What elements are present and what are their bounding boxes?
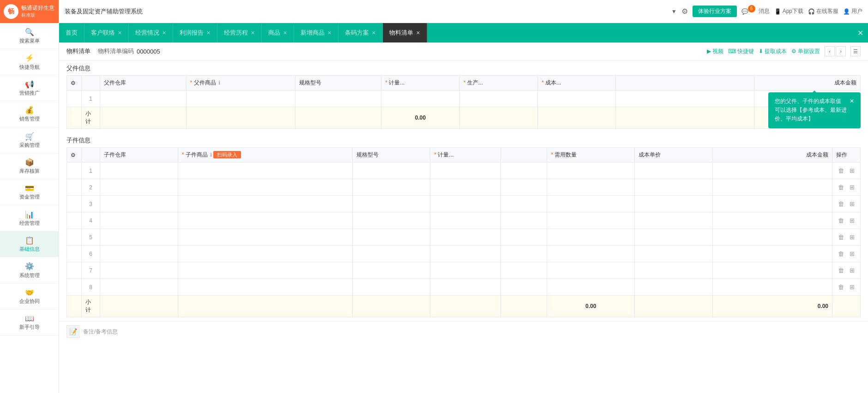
extract-cost-btn[interactable]: ⬇ 提取成本 xyxy=(759,48,787,55)
view-video-btn[interactable]: ▶ 视频 xyxy=(707,48,723,55)
next-arrow[interactable]: › xyxy=(836,46,846,56)
copy-icon-row3[interactable]: ⊞ xyxy=(847,200,856,209)
delete-icon-row3[interactable]: 🗑 xyxy=(836,200,845,209)
tab-close-all[interactable]: ✕ xyxy=(853,29,868,37)
tooltip-close-btn[interactable]: ✕ xyxy=(850,97,854,106)
scan-input-btn[interactable]: 扫码录入 xyxy=(213,151,241,158)
app-download-link[interactable]: 📱 App下载 xyxy=(774,7,803,15)
message-icon-group[interactable]: 💬 6 消息 xyxy=(741,7,770,15)
child-row1-spec[interactable] xyxy=(352,163,430,179)
child-row-8: 8 🗑 ⊞ xyxy=(67,279,861,296)
tab-home[interactable]: 首页 xyxy=(59,23,84,42)
copy-icon-row8[interactable]: ⊞ xyxy=(847,283,856,292)
tab-barcode-close[interactable]: ✕ xyxy=(372,30,376,36)
parent-col-spacer xyxy=(616,76,754,91)
sidebar-item-basic-info[interactable]: 📋 基础信息 xyxy=(0,231,59,257)
child-row1-goods[interactable] xyxy=(178,163,352,179)
shortcut-btn[interactable]: ⌨ 快捷键 xyxy=(728,48,754,55)
tab-profit[interactable]: 利润报告 ✕ xyxy=(173,23,217,42)
sidebar-item-operations[interactable]: 📊 经营管理 xyxy=(0,206,59,231)
parent-col-settings[interactable]: ⚙ xyxy=(67,76,82,91)
child-goods-info-icon[interactable]: ℹ xyxy=(210,152,212,157)
child-row-4: 4 🗑 ⊞ xyxy=(67,212,861,229)
bottom-doc-icon[interactable]: 📝 xyxy=(66,325,79,338)
copy-icon-row5[interactable]: ⊞ xyxy=(847,233,856,242)
cost-tooltip: ✕ 您的父件、子件的成本取值可以选择【参考成本、最新进价、平均成本】 xyxy=(768,92,861,128)
child-col-qty: * 需用数量 xyxy=(547,148,634,163)
user-avatar[interactable]: 👤 用户 xyxy=(843,7,862,15)
tab-operation[interactable]: 经营情况 ✕ xyxy=(129,23,173,42)
parent-table: ⚙ 父件仓库 * 父件商品 ℹ 规格型号 * 计量... xyxy=(66,75,861,129)
online-service-link[interactable]: 🎧 在线客服 xyxy=(808,7,838,15)
child-row2-unit-cost[interactable] xyxy=(634,179,712,196)
copy-icon-row6[interactable]: ⊞ xyxy=(847,249,856,259)
video-icon: ▶ xyxy=(707,48,711,54)
sidebar-item-inventory[interactable]: 📦 库存核算 xyxy=(0,153,59,179)
child-row1-unit[interactable] xyxy=(430,163,501,179)
copy-icon-row4[interactable]: ⊞ xyxy=(847,216,856,225)
child-row1-warehouse[interactable] xyxy=(100,163,178,179)
tab-bom-close[interactable]: ✕ xyxy=(416,30,420,36)
parent-goods-info-icon[interactable]: ℹ xyxy=(218,80,220,85)
experience-btn[interactable]: 体验行业方案 xyxy=(693,6,737,17)
copy-icon-row2[interactable]: ⊞ xyxy=(847,183,856,192)
tab-operation-close[interactable]: ✕ xyxy=(162,30,166,36)
sidebar-item-finance[interactable]: 💳 资金管理 xyxy=(0,179,59,205)
delete-icon-row5[interactable]: 🗑 xyxy=(836,233,845,242)
page-breadcrumb1: 物料清单 xyxy=(66,47,90,55)
tab-goods[interactable]: 商品 ✕ xyxy=(262,23,294,42)
parent-row1-cost[interactable] xyxy=(538,91,616,107)
parent-row1-warehouse[interactable] xyxy=(100,91,187,107)
child-row2-unit[interactable] xyxy=(430,179,501,196)
sidebar-item-quick-nav[interactable]: ⚡ 快捷导航 xyxy=(0,49,59,75)
parent-col-spec: 规格型号 xyxy=(295,76,381,91)
delete-icon-row1[interactable]: 🗑 xyxy=(836,166,845,175)
child-row-6: 6 🗑 ⊞ xyxy=(67,246,861,262)
delete-icon-row7[interactable]: 🗑 xyxy=(836,266,845,275)
delete-icon-row6[interactable]: 🗑 xyxy=(836,249,845,259)
parent-row1-spec[interactable] xyxy=(295,91,381,107)
prev-arrow[interactable]: ‹ xyxy=(825,46,835,56)
parent-row-1: 1 xyxy=(67,91,861,107)
single-settings-btn[interactable]: ⚙ 单据设置 xyxy=(791,48,820,55)
user-icon: 👤 xyxy=(843,8,850,15)
tab-history-close[interactable]: ✕ xyxy=(251,30,255,36)
topbar-dropdown[interactable]: ▼ xyxy=(671,8,677,15)
tab-goods-close[interactable]: ✕ xyxy=(283,30,287,36)
tab-customer[interactable]: 客户联络 ✕ xyxy=(84,23,129,42)
grid-view-btn[interactable]: ☰ xyxy=(850,46,861,56)
child-row2-qty[interactable] xyxy=(547,179,634,196)
sidebar-item-system[interactable]: ⚙️ 系统管理 xyxy=(0,257,59,283)
child-row1-qty[interactable] xyxy=(547,163,634,179)
doc-code-label: 物料清单编码 xyxy=(98,47,134,55)
tab-new-goods[interactable]: 新增商品 ✕ xyxy=(294,23,338,42)
sidebar-item-guide[interactable]: 📖 新手引导 xyxy=(0,309,59,335)
sidebar-item-sales[interactable]: 💰 销售管理 xyxy=(0,101,59,127)
tab-history[interactable]: 经营历程 ✕ xyxy=(217,23,262,42)
tab-profit-close[interactable]: ✕ xyxy=(206,30,211,36)
copy-icon-row1[interactable]: ⊞ xyxy=(847,166,856,175)
child-col-spacer xyxy=(501,148,547,163)
parent-row1-goods[interactable] xyxy=(186,91,295,107)
settings-gear-icon[interactable]: ⚙ xyxy=(681,7,688,16)
delete-icon-row2[interactable]: 🗑 xyxy=(836,183,845,192)
sidebar-item-marketing[interactable]: 📢 营销推广 xyxy=(0,75,59,101)
copy-icon-row7[interactable]: ⊞ xyxy=(847,266,856,275)
child-row2-goods[interactable] xyxy=(178,179,352,196)
sidebar-item-search[interactable]: 🔍 搜索菜单 xyxy=(0,23,59,49)
parent-row1-production[interactable] xyxy=(459,91,537,107)
parent-row1-unit[interactable] xyxy=(381,91,459,107)
tab-customer-close[interactable]: ✕ xyxy=(118,30,122,36)
parent-subtotal-prod xyxy=(459,107,537,129)
child-col-settings[interactable]: ⚙ xyxy=(67,148,82,163)
delete-icon-row4[interactable]: 🗑 xyxy=(836,216,845,225)
child-row2-warehouse[interactable] xyxy=(100,179,178,196)
tab-barcode[interactable]: 条码方案 ✕ xyxy=(338,23,383,42)
delete-icon-row8[interactable]: 🗑 xyxy=(836,283,845,292)
sidebar-item-enterprise[interactable]: 🤝 企业协同 xyxy=(0,284,59,309)
sidebar-item-purchase[interactable]: 🛒 采购管理 xyxy=(0,127,59,153)
child-row1-unit-cost[interactable] xyxy=(634,163,712,179)
child-row2-spec[interactable] xyxy=(352,179,430,196)
tab-new-goods-close[interactable]: ✕ xyxy=(327,30,332,36)
tab-bom[interactable]: 物料清单 ✕ xyxy=(383,23,427,42)
